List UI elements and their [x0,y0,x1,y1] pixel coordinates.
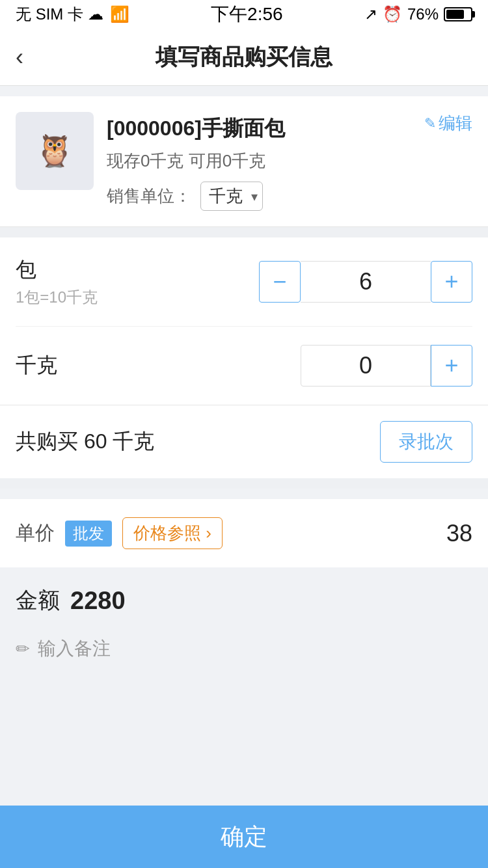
bao-plus-button[interactable]: + [431,261,472,303]
price-type-tag: 批发 [65,521,112,547]
product-stock: 现存0千克 可用0千克 [107,150,472,172]
kg-plus-button[interactable]: + [431,345,472,387]
footer[interactable]: 确定 [0,806,488,868]
product-card: 🦉 [0000006]手撕面包 现存0千克 可用0千克 销售单位： 千克 ▾ ✎… [0,96,488,227]
battery-icon [444,7,472,21]
wifi-icon: 📶 [110,5,129,23]
price-reference-button[interactable]: 价格参照 › [122,517,223,549]
edit-label: 编辑 [439,112,472,135]
pencil-icon: ✏ [16,639,30,659]
bao-minus-button[interactable]: − [259,261,301,303]
note-placeholder[interactable]: 输入备注 [38,636,111,661]
status-left: 无 SIM 卡 ☁ 📶 [16,4,129,25]
price-label: 单价 [16,520,55,547]
status-time: 下午2:56 [211,2,283,27]
price-section: 单价 批发 价格参照 › 38 [0,499,488,567]
price-value: 38 [446,520,472,547]
chevron-down-icon: ▾ [251,189,258,204]
unit-label: 销售单位： [107,185,191,208]
edit-icon: ✎ [424,115,436,132]
bao-row: 包 1包=10千克 − + [16,237,472,327]
nav-bar: ‹ 填写商品购买信息 [0,29,488,86]
batch-button[interactable]: 录批次 [380,421,472,463]
amount-row: 金额 2280 [16,586,472,616]
bao-label: 包 [16,256,98,284]
location-icon: ↗ [364,5,377,23]
confirm-button[interactable]: 确定 [221,821,267,853]
bao-label-group: 包 1包=10千克 [16,256,98,308]
product-unit-row: 销售单位： 千克 ▾ [107,182,472,211]
kg-row: 千克 + [16,327,472,405]
page-title: 填写商品购买信息 [156,42,332,72]
section-divider-1 [0,227,488,237]
unit-select-wrapper[interactable]: 千克 ▾ [200,182,263,211]
status-bar: 无 SIM 卡 ☁ 📶 下午2:56 ↗ ⏰ 76% [0,0,488,29]
kg-quantity-controls: + [301,345,472,387]
total-section: 共购买 60 千克 录批次 [0,405,488,478]
edit-button[interactable]: ✎ 编辑 [424,112,472,135]
amount-value: 2280 [70,587,126,615]
bao-quantity-controls: − + [259,261,472,303]
bao-sublabel: 1包=10千克 [16,287,98,308]
bao-quantity-input[interactable] [301,261,431,303]
product-thumbnail: 🦉 [16,112,94,190]
product-name: [0000006]手撕面包 [107,115,472,143]
product-image: 🦉 [35,133,74,169]
alarm-icon: ⏰ [383,5,402,23]
battery-percent: 76% [407,5,439,23]
input-section: 包 1包=10千克 − + 千克 + [0,237,488,405]
back-button[interactable]: ‹ [16,44,23,71]
sim-label: 无 SIM 卡 ☁ [16,4,103,25]
kg-quantity-input[interactable] [301,345,431,387]
total-text: 共购买 60 千克 [16,427,154,456]
product-info: [0000006]手撕面包 现存0千克 可用0千克 销售单位： 千克 ▾ [107,112,472,211]
kg-label: 千克 [16,351,57,380]
note-row[interactable]: ✏ 输入备注 [16,626,472,671]
amount-label: 金额 [16,586,60,616]
section-divider-2 [0,478,488,489]
status-right: ↗ ⏰ 76% [364,5,472,23]
